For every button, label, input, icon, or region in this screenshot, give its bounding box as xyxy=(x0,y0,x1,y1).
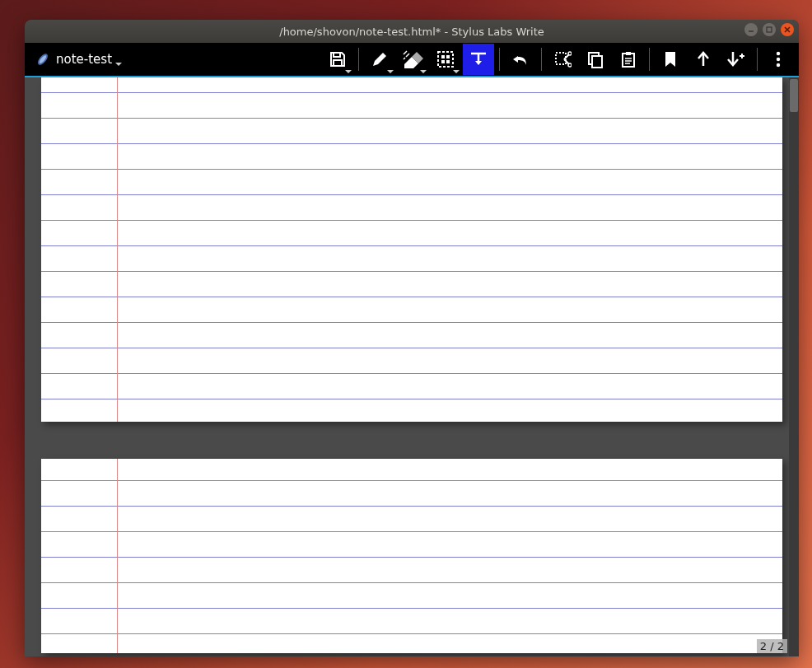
cut-icon xyxy=(553,50,572,68)
application-window: /home/shovon/note-test.html* - Stylus La… xyxy=(25,20,799,656)
paste-button[interactable] xyxy=(613,44,644,75)
down-icon xyxy=(726,49,747,69)
chevron-down-icon xyxy=(345,70,352,73)
svg-point-30 xyxy=(777,58,780,61)
svg-rect-19 xyxy=(592,56,602,68)
svg-rect-21 xyxy=(626,52,631,55)
document-tab[interactable]: note-test xyxy=(30,51,127,68)
svg-rect-20 xyxy=(623,54,634,67)
close-icon xyxy=(784,26,791,33)
chevron-down-icon xyxy=(420,70,427,73)
save-icon xyxy=(328,49,348,69)
insert-space-button[interactable] xyxy=(463,44,494,75)
window-controls xyxy=(744,23,794,36)
window-title: /home/shovon/note-test.html* - Stylus La… xyxy=(279,26,544,38)
maximize-icon xyxy=(766,26,772,33)
minimize-button[interactable] xyxy=(744,23,758,36)
page-2[interactable] xyxy=(41,459,782,653)
menu-button[interactable] xyxy=(763,44,794,75)
maximize-button[interactable] xyxy=(763,23,776,36)
svg-rect-12 xyxy=(446,60,450,63)
scroll-thumb[interactable] xyxy=(790,79,798,112)
save-button[interactable] xyxy=(322,44,353,75)
separator xyxy=(358,48,359,71)
bookmark-button[interactable] xyxy=(655,44,686,75)
svg-rect-6 xyxy=(334,53,340,57)
paste-icon xyxy=(619,50,637,68)
svg-point-31 xyxy=(777,63,780,67)
menu-icon xyxy=(776,50,781,68)
selection-button[interactable] xyxy=(430,44,461,75)
svg-rect-9 xyxy=(441,55,445,58)
svg-rect-1 xyxy=(767,27,772,32)
copy-button[interactable] xyxy=(580,44,611,75)
insert-icon xyxy=(469,50,488,68)
document-icon xyxy=(35,51,51,68)
page-down-button[interactable] xyxy=(721,44,752,75)
toolbar: note-test xyxy=(25,43,799,76)
svg-rect-7 xyxy=(334,60,342,66)
copy-icon xyxy=(586,50,604,68)
bookmark-icon xyxy=(663,50,678,68)
separator xyxy=(499,48,500,71)
document-name: note-test xyxy=(56,52,112,67)
separator xyxy=(649,48,650,71)
svg-rect-8 xyxy=(438,52,453,67)
page-1[interactable] xyxy=(41,77,782,422)
pen-icon xyxy=(370,49,390,69)
svg-rect-11 xyxy=(441,60,445,63)
cut-button[interactable] xyxy=(547,44,578,75)
chevron-down-icon xyxy=(453,70,460,73)
separator xyxy=(541,48,542,71)
eraser-button[interactable] xyxy=(397,44,428,75)
minimize-icon xyxy=(748,26,754,33)
close-button[interactable] xyxy=(781,23,794,36)
chevron-down-icon xyxy=(387,70,394,73)
titlebar[interactable]: /home/shovon/note-test.html* - Stylus La… xyxy=(25,20,799,43)
page-up-button[interactable] xyxy=(688,44,719,75)
separator xyxy=(757,48,758,71)
canvas-area[interactable]: 2 / 2 xyxy=(25,77,799,656)
vertical-scrollbar[interactable] xyxy=(789,77,799,656)
grid-icon xyxy=(436,50,455,68)
eraser-icon xyxy=(402,49,423,69)
page-indicator: 2 / 2 xyxy=(757,639,787,653)
svg-point-16 xyxy=(568,52,572,55)
pen-button[interactable] xyxy=(364,44,395,75)
svg-point-29 xyxy=(777,52,780,55)
chevron-down-icon xyxy=(115,63,122,66)
svg-rect-10 xyxy=(446,55,450,58)
undo-icon xyxy=(511,49,530,69)
svg-point-17 xyxy=(568,63,572,67)
undo-button[interactable] xyxy=(505,44,536,75)
up-icon xyxy=(694,50,712,68)
